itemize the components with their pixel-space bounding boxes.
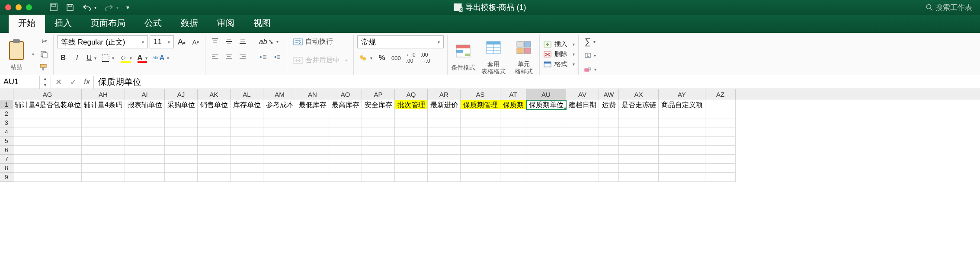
- name-box-stepper[interactable]: ▲▼: [40, 76, 51, 89]
- decrease-indent-button[interactable]: [257, 51, 269, 63]
- font-size-select[interactable]: 11▾: [150, 35, 174, 48]
- italic-button[interactable]: I: [71, 52, 83, 64]
- cell-AW4[interactable]: [599, 127, 619, 137]
- cell-AH5[interactable]: [82, 137, 125, 146]
- cell-AG1[interactable]: 辅计量4是否包装单位: [13, 100, 82, 109]
- cell-AK4[interactable]: [198, 127, 231, 137]
- cell-AS1[interactable]: 保质期管理: [461, 100, 500, 109]
- column-header-AJ[interactable]: AJ: [165, 89, 198, 100]
- row-header-6[interactable]: 6: [0, 146, 13, 155]
- cell-AS5[interactable]: [461, 137, 500, 146]
- cell-AU4[interactable]: [526, 127, 566, 137]
- sheet-search[interactable]: 搜索工作表: [926, 3, 972, 13]
- cell-AK8[interactable]: [198, 164, 231, 173]
- cell-AS3[interactable]: [461, 118, 500, 127]
- cell-AJ5[interactable]: [165, 137, 198, 146]
- cell-AH9[interactable]: [82, 173, 125, 182]
- cell-AN9[interactable]: [296, 173, 329, 182]
- cell-AK3[interactable]: [198, 118, 231, 127]
- cell-AI4[interactable]: [125, 127, 165, 137]
- column-header-AQ[interactable]: AQ: [395, 89, 428, 100]
- cell-AI6[interactable]: [125, 146, 165, 155]
- cell-AL1[interactable]: 库存单位: [231, 100, 263, 109]
- cell-AQ4[interactable]: [395, 127, 428, 137]
- align-top-button[interactable]: [209, 35, 221, 48]
- tab-view[interactable]: 视图: [244, 14, 280, 33]
- clear-button[interactable]: ▾: [582, 63, 598, 75]
- cell-AX3[interactable]: [619, 118, 659, 127]
- increase-font-button[interactable]: A▴: [176, 36, 188, 48]
- column-header-AW[interactable]: AW: [599, 89, 619, 100]
- cell-AT1[interactable]: 保质期: [500, 100, 526, 109]
- cell-AX8[interactable]: [619, 164, 659, 173]
- cell-AZ8[interactable]: [705, 164, 736, 173]
- cell-AL3[interactable]: [231, 118, 263, 127]
- autosave-icon[interactable]: [49, 3, 58, 12]
- cell-AL4[interactable]: [231, 127, 263, 137]
- wrap-text-button[interactable]: 自动换行: [291, 35, 350, 48]
- cell-AJ8[interactable]: [165, 164, 198, 173]
- accept-formula-button[interactable]: ✓: [66, 77, 80, 87]
- cell-AS2[interactable]: [461, 109, 500, 118]
- cell-AH3[interactable]: [82, 118, 125, 127]
- column-header-AI[interactable]: AI: [125, 89, 165, 100]
- cut-button[interactable]: ✂: [38, 36, 50, 47]
- cell-AP9[interactable]: [362, 173, 395, 182]
- row-header-9[interactable]: 9: [0, 173, 13, 182]
- cell-AQ9[interactable]: [395, 173, 428, 182]
- cell-AW5[interactable]: [599, 137, 619, 146]
- cell-AO4[interactable]: [329, 127, 362, 137]
- cell-AS6[interactable]: [461, 146, 500, 155]
- cell-AT8[interactable]: [500, 164, 526, 173]
- cell-AG5[interactable]: [13, 137, 82, 146]
- column-header-AT[interactable]: AT: [500, 89, 526, 100]
- cell-AM8[interactable]: [263, 164, 296, 173]
- paste-button[interactable]: [6, 38, 27, 64]
- row-header-3[interactable]: 3: [0, 118, 13, 127]
- underline-button[interactable]: U▾: [85, 52, 98, 64]
- cell-AK9[interactable]: [198, 173, 231, 182]
- cell-AN5[interactable]: [296, 137, 329, 146]
- cell-AJ3[interactable]: [165, 118, 198, 127]
- cell-AX4[interactable]: [619, 127, 659, 137]
- cell-AY8[interactable]: [659, 164, 705, 173]
- cell-AH8[interactable]: [82, 164, 125, 173]
- percent-button[interactable]: %: [376, 52, 388, 64]
- column-header-AV[interactable]: AV: [566, 89, 599, 100]
- row-header-8[interactable]: 8: [0, 164, 13, 173]
- align-center-button[interactable]: [223, 51, 235, 63]
- cell-AU6[interactable]: [526, 146, 566, 155]
- cell-AG3[interactable]: [13, 118, 82, 127]
- cell-AP1[interactable]: 安全库存: [362, 100, 395, 109]
- cell-AI8[interactable]: [125, 164, 165, 173]
- cell-AQ6[interactable]: [395, 146, 428, 155]
- cell-AM3[interactable]: [263, 118, 296, 127]
- column-header-AN[interactable]: AN: [296, 89, 329, 100]
- cell-AI1[interactable]: 报表辅单位: [125, 100, 165, 109]
- tab-review[interactable]: 审阅: [208, 14, 244, 33]
- cell-AO6[interactable]: [329, 146, 362, 155]
- fill-color-button[interactable]: ▾: [118, 52, 134, 64]
- cell-AZ6[interactable]: [705, 146, 736, 155]
- cell-AT9[interactable]: [500, 173, 526, 182]
- cell-AG4[interactable]: [13, 127, 82, 137]
- cell-AW1[interactable]: 运费: [599, 100, 619, 109]
- cell-AK2[interactable]: [198, 109, 231, 118]
- delete-cells-button[interactable]: 删除▾: [543, 50, 575, 58]
- column-header-AG[interactable]: AG: [13, 89, 82, 100]
- cell-AO3[interactable]: [329, 118, 362, 127]
- cell-AX2[interactable]: [619, 109, 659, 118]
- column-header-AY[interactable]: AY: [659, 89, 705, 100]
- align-middle-button[interactable]: [223, 35, 235, 48]
- cell-AT4[interactable]: [500, 127, 526, 137]
- cell-AG6[interactable]: [13, 146, 82, 155]
- cell-AO8[interactable]: [329, 164, 362, 173]
- cell-AJ6[interactable]: [165, 146, 198, 155]
- cell-AQ7[interactable]: [395, 155, 428, 164]
- cell-AU9[interactable]: [526, 173, 566, 182]
- decrease-decimal-button[interactable]: .00→.0: [419, 52, 432, 64]
- cell-AP4[interactable]: [362, 127, 395, 137]
- cell-AN8[interactable]: [296, 164, 329, 173]
- cell-AX9[interactable]: [619, 173, 659, 182]
- cell-AO5[interactable]: [329, 137, 362, 146]
